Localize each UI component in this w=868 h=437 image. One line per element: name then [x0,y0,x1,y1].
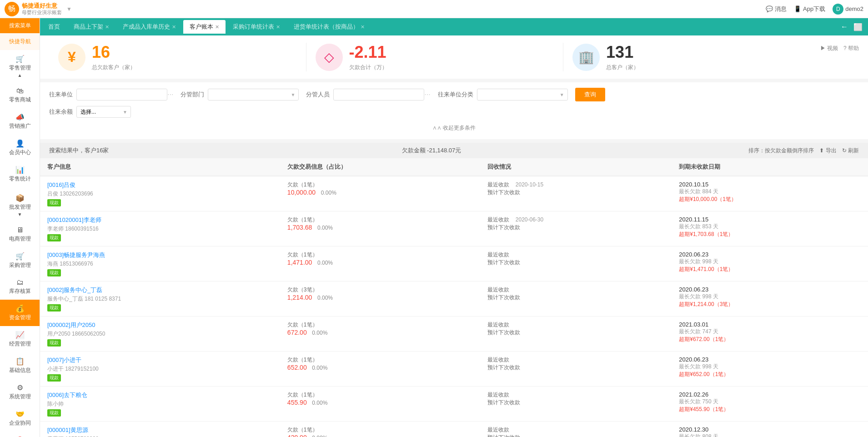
batch-chevron-icon: ▼ [18,212,22,217]
sidebar-item-ecommerce[interactable]: 🖥 电商管理 [0,221,40,247]
last-collect: 最近收款 [487,286,664,294]
sidebar-item-member[interactable]: 👤 会员中心 [0,135,40,161]
table-row: [000002]用户2050 用户2050 18665062050 现款 欠款（… [40,316,868,352]
col-debt-info: 欠款交易信息（占比） [280,158,481,176]
tab-home[interactable]: 首页 [42,20,66,34]
table-header-row: 客户信息 欠款交易信息（占比） 回收情况 到期未收款日期 [40,158,868,176]
industry-label: 母婴行业演示账套 [22,10,62,15]
results-bar: 搜索结果中，客户16家 欠款金额 -21,148.07元 排序：按欠款金额倒序排… [40,143,868,158]
overdue-amount[interactable]: 超期¥455.90（1笔） [679,406,861,413]
filter-manager: 分管人员 ··· [306,89,430,100]
help-btn[interactable]: ? 帮助 [843,45,859,52]
tab-product-shelf-close[interactable]: ✕ [105,24,109,30]
brand-name: 畅捷通好生意 [22,2,62,10]
customer-name-link[interactable]: [0007]小进干 [47,357,81,363]
collapse-btn[interactable]: ∧∧ 收起更多条件 [49,122,859,134]
summary-section: ¥ 16 总欠款客户（家） ◇ -2.11 欠款合计（万） [40,35,868,79]
tab-product-shelf-label: 商品上下架 [74,23,103,31]
quick-nav-label: 快捷导航 [9,38,31,45]
tab-purchase-stats-close[interactable]: ✕ [276,24,280,30]
message-btn[interactable]: 💬 消息 [766,5,787,13]
sidebar-item-biz[interactable]: 📈 经营管理 [0,326,40,352]
cell-customer-info: [000001]黄思源 黄思源 13552700226 现款 [40,422,280,437]
dept-select[interactable] [208,89,299,100]
from-unit-dots[interactable]: ··· [167,90,173,99]
customer-name-link[interactable]: [0002]服务中心_丁磊 [47,286,102,293]
sidebar-search[interactable]: 搜索菜单 [0,18,40,33]
last-collect-label: 最近收款 [487,181,509,188]
next-collect: 预计下次收款 [487,189,664,196]
next-collect-label: 预计下次收款 [487,294,520,301]
customer-name-link[interactable]: [0001020001]李老师 [47,216,101,223]
search-btn[interactable]: 查询 [575,88,605,101]
sidebar-item-marketing[interactable]: 📣 营销推广 [0,108,40,135]
tab-import-stats[interactable]: 进货单统计表（按商品） ✕ [287,20,371,34]
tab-product-history-close[interactable]: ✕ [172,24,176,30]
sidebar-item-guide[interactable]: 🎯 新手引导 [0,432,40,437]
tab-import-stats-close[interactable]: ✕ [361,24,365,30]
tab-prev-btn[interactable]: ← [839,22,850,32]
summary-right-actions: ▶ 视频 ? 帮助 [820,43,859,52]
tab-customer-account-close[interactable]: ✕ [215,24,219,30]
customer-name-link[interactable]: [0006]去下粮仓 [47,392,87,398]
customer-name-link[interactable]: [000001]黄思源 [47,427,88,433]
overdue-amount[interactable]: 超期¥1,214.00（3笔） [679,301,861,308]
debt-amount-row: 672.00 0.00% [287,329,473,336]
tab-customer-account-label: 客户账本 [190,23,213,31]
view-video-btn[interactable]: ▶ 视频 [820,45,838,52]
sidebar-item-inventory[interactable]: 🗂 库存核算 [0,274,40,300]
sidebar-item-retail-mgmt[interactable]: 🛒 零售管理 ▲ [0,50,40,82]
debt-pct: 0.00% [317,260,333,266]
expand-icon[interactable]: ▼ [66,6,72,12]
overdue-amount[interactable]: 超期¥1,703.68（1笔） [679,231,861,238]
tab-import-stats-label: 进货单统计表（按商品） [294,23,359,31]
sort-label[interactable]: 排序：按欠款金额倒序排序 [748,147,814,155]
tab-product-shelf[interactable]: 商品上下架 ✕ [67,20,115,34]
badge-xian: 现款 [47,374,61,382]
sidebar-item-basic[interactable]: 📋 基础信息 [0,352,40,379]
sidebar-item-purchase[interactable]: 🛒 采购管理 [0,247,40,274]
unit-classify-select[interactable] [477,89,568,100]
debt-pct: 0.00% [317,295,333,301]
message-label: 消息 [775,5,787,13]
overdue-amount[interactable]: 超期¥1,471.00（1笔） [679,266,861,273]
app-download-btn[interactable]: 📱 App下载 [794,5,825,13]
from-unit-input[interactable] [76,89,167,100]
balance-select[interactable]: 选择... [76,106,131,118]
due-date: 2020.10.15 [679,181,861,188]
customer-name-link[interactable]: [0003]畅捷服务尹海燕 [47,251,105,258]
member-icon: 👤 [15,139,25,148]
debt-amount: 1,214.00 [287,294,312,301]
overdue-amount[interactable]: 超期¥10,000.00（1笔） [679,196,861,203]
tab-customer-account[interactable]: 客户账本 ✕ [183,20,226,34]
sidebar-item-sys[interactable]: ⚙ 系统管理 [0,379,40,405]
sidebar-item-coop[interactable]: 🤝 企业协同 [0,405,40,432]
app-download-label: App下载 [803,5,825,13]
due-date: 2020.06.23 [679,356,861,363]
manager-input[interactable] [333,89,424,100]
customer-name-link[interactable]: [000002]用户2050 [47,321,95,328]
sidebar-item-batch-mgmt[interactable]: 📦 批发管理 ▼ [0,189,40,221]
user-menu[interactable]: D demo2 [833,4,863,15]
sidebar-item-retail-mall[interactable]: 🛍 零售商城 [0,82,40,108]
last-collect-date: 2020-10-15 [511,181,543,188]
filter-row-2: 往来余额 选择... [49,106,859,118]
tab-product-history[interactable]: 产成品入库单历史 ✕ [116,20,182,34]
next-collect-label: 预计下次收款 [487,364,520,371]
sidebar-label-biz: 经营管理 [9,340,31,348]
overdue-amount[interactable]: 超期¥652.00（1笔） [679,371,861,378]
badge-xian: 现款 [47,234,61,241]
manager-dots[interactable]: ··· [424,90,430,99]
export-btn[interactable]: ⬆ 导出 [819,147,836,155]
sidebar-item-retail-stats[interactable]: 📊 零售统计 [0,161,40,187]
refresh-btn[interactable]: ↻ 刷新 [842,147,859,155]
cell-recovery: 最近收款 2020-06-30 预计下次收款 [480,211,672,246]
tab-maximize-btn[interactable]: ⬜ [852,22,864,32]
tab-purchase-stats[interactable]: 采购订单统计表 ✕ [226,20,286,34]
cell-debt-info: 欠款（3笔） 1,214.00 0.00% [280,281,481,316]
sidebar-item-finance[interactable]: 💰 资金管理 [0,300,40,326]
balance-label: 往来余额 [49,108,73,116]
table-row: [0003]畅捷服务尹海燕 海燕 18513066976 现款 欠款（1笔） 1… [40,246,868,281]
overdue-amount[interactable]: 超期¥672.00（1笔） [679,336,861,343]
customer-name-link[interactable]: [0016]吕俊 [47,181,75,188]
